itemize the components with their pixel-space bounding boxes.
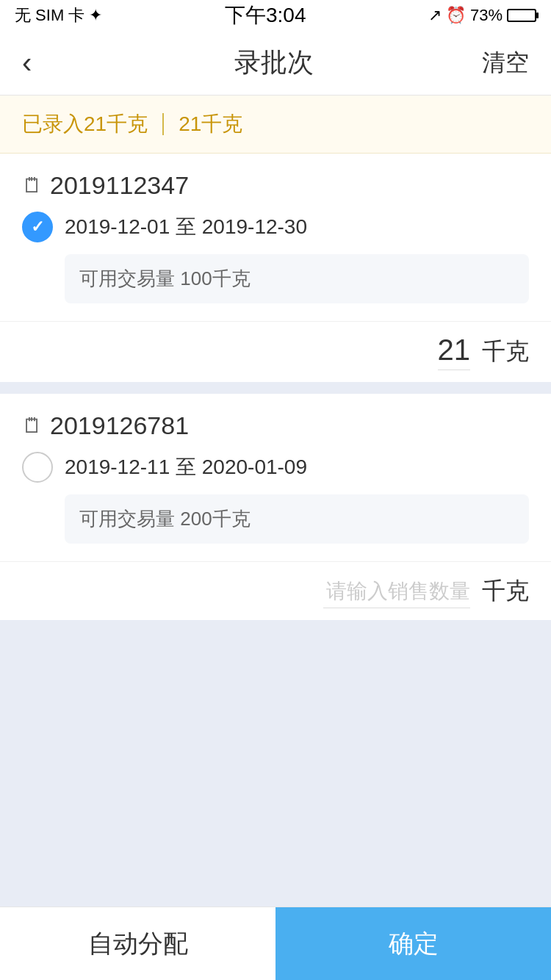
- batch-1-qty-row: 21 千克: [0, 321, 551, 382]
- batch-2-date-row: 2019-12-11 至 2020-01-09: [22, 452, 529, 483]
- batch-2-input-wrapper[interactable]: [323, 574, 470, 608]
- section-divider-1: [0, 382, 551, 394]
- battery-percent: 73%: [470, 6, 503, 25]
- page-content: 🗒 2019112347 2019-12-01 至 2019-12-30 可用交…: [0, 154, 551, 980]
- batch-1-available: 可用交易量 100千克: [65, 254, 529, 303]
- battery-icon: [507, 9, 536, 22]
- batch-2-unit: 千克: [482, 575, 529, 608]
- batch-1-date: 2019-12-01 至 2019-12-30: [65, 213, 307, 241]
- page-title: 录批次: [234, 45, 314, 81]
- recorded-value: 21千克: [179, 110, 242, 138]
- auto-distribute-button[interactable]: 自动分配: [0, 907, 276, 980]
- no-sim-text: 无 SIM 卡 ✦: [15, 4, 102, 26]
- alarm-icon: ⏰: [446, 6, 466, 25]
- recorded-label: 已录入21千克: [22, 110, 148, 138]
- status-left: 无 SIM 卡 ✦: [15, 4, 102, 26]
- batch-2-date: 2019-12-11 至 2020-01-09: [65, 453, 307, 481]
- confirm-button[interactable]: 确定: [276, 907, 551, 980]
- batch-1-title-row: 🗒 2019112347: [22, 171, 529, 200]
- batch-1-input-wrapper[interactable]: 21: [438, 334, 471, 370]
- batch-card-2-body: 🗒 2019126781 2019-12-11 至 2020-01-09 可用交…: [0, 394, 551, 561]
- batch-2-number: 2019126781: [50, 411, 189, 440]
- clear-button[interactable]: 清空: [482, 47, 529, 79]
- batch-1-date-row: 2019-12-01 至 2019-12-30: [22, 212, 529, 242]
- batch-1-unit: 千克: [482, 336, 529, 368]
- status-time: 下午3:04: [225, 1, 306, 29]
- section-divider-2: [0, 620, 551, 943]
- info-divider: [162, 113, 164, 135]
- back-button[interactable]: ‹: [22, 46, 66, 79]
- batch-1-number: 2019112347: [50, 171, 189, 200]
- nav-bar: ‹ 录批次 清空: [0, 31, 551, 96]
- batch-1-doc-icon: 🗒: [22, 173, 43, 198]
- batch-2-title-row: 🗒 2019126781: [22, 411, 529, 440]
- batch-card-2: 🗒 2019126781 2019-12-11 至 2020-01-09 可用交…: [0, 394, 551, 620]
- batch-2-qty-input[interactable]: [323, 574, 470, 605]
- batch-1-qty-filled: 21: [438, 334, 471, 366]
- status-right: ↗ ⏰ 73%: [428, 6, 536, 25]
- info-banner: 已录入21千克 21千克: [0, 96, 551, 154]
- batch-2-radio[interactable]: [22, 452, 53, 483]
- location-icon: ↗: [428, 6, 442, 25]
- status-bar: 无 SIM 卡 ✦ 下午3:04 ↗ ⏰ 73%: [0, 0, 551, 31]
- batch-card-1-body: 🗒 2019112347 2019-12-01 至 2019-12-30 可用交…: [0, 154, 551, 321]
- batch-card-1: 🗒 2019112347 2019-12-01 至 2019-12-30 可用交…: [0, 154, 551, 382]
- bottom-bar: 自动分配 确定: [0, 907, 551, 980]
- batch-1-radio[interactable]: [22, 212, 53, 242]
- batch-2-available: 可用交易量 200千克: [65, 494, 529, 544]
- batch-2-doc-icon: 🗒: [22, 414, 43, 438]
- batch-2-qty-row: 千克: [0, 561, 551, 620]
